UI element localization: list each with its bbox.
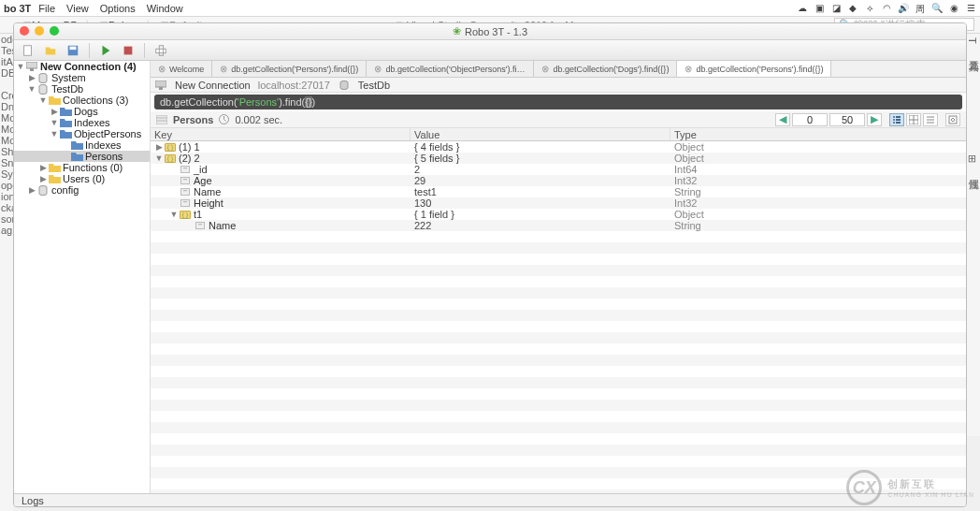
tree-item[interactable]: Persons <box>14 151 150 162</box>
notification-icon[interactable]: ☰ <box>965 3 976 14</box>
zoom-icon[interactable] <box>50 26 59 36</box>
menu-file[interactable]: File <box>38 3 55 14</box>
col-type[interactable]: Type <box>670 128 966 140</box>
page-prev-button[interactable]: ◀ <box>775 113 790 126</box>
result-row[interactable]: ""_id2Int64 <box>151 164 966 175</box>
editor-tab[interactable]: ⊗Welcome <box>151 61 212 77</box>
tree-item[interactable]: ▼ObjectPersons <box>14 128 150 139</box>
disclosure-icon[interactable]: ▼ <box>27 84 36 94</box>
disclosure-icon[interactable]: ▶ <box>50 107 59 116</box>
close-icon[interactable] <box>20 26 29 36</box>
tree-item[interactable]: Indexes <box>14 139 150 151</box>
disclosure-icon[interactable]: ▶ <box>38 174 48 183</box>
open-button[interactable] <box>42 42 59 59</box>
watermark-big: 创新互联 <box>887 477 974 491</box>
svg-rect-23 <box>896 122 901 124</box>
result-row[interactable]: ▶{}(1) 1{ 4 fields }Object <box>151 141 966 153</box>
bluetooth-icon[interactable]: ⟡ <box>864 3 875 14</box>
minimize-icon[interactable] <box>35 26 44 36</box>
tree-item[interactable]: ▼Collections (3) <box>14 95 150 106</box>
disclosure-icon[interactable]: ▼ <box>169 210 179 219</box>
tree-item[interactable]: ▼TestDb <box>14 83 150 95</box>
menu-window[interactable]: Window <box>147 3 183 14</box>
disclosure-icon[interactable]: ▼ <box>38 95 48 105</box>
query-editor[interactable]: db.getCollection('Persons').find({}) <box>154 95 962 110</box>
wifi-icon[interactable]: ◠ <box>881 3 892 14</box>
result-row[interactable]: ▼{}t1{ 1 field }Object <box>151 209 966 220</box>
tree-item[interactable]: ▶System <box>14 72 150 83</box>
tab-label: db.getCollection('Persons').find({}) <box>231 65 358 74</box>
tree-item[interactable]: ▶Functions (0) <box>14 162 150 173</box>
watermark-logo: CX <box>846 470 882 505</box>
page-size-input[interactable]: 50 <box>829 113 865 126</box>
row-type: Object <box>670 153 966 164</box>
host-icon <box>25 62 38 71</box>
connection-tree[interactable]: ▼New Connection (4)▶System▼TestDb▼Collec… <box>14 61 151 493</box>
app-icon[interactable]: ◆ <box>847 3 858 14</box>
result-grid[interactable]: ▶{}(1) 1{ 4 fields }Object▼{}(2) 2{ 5 fi… <box>151 141 966 493</box>
close-icon[interactable]: ⊗ <box>541 64 549 74</box>
disclosure-icon[interactable]: ▼ <box>154 153 164 163</box>
chat-icon[interactable]: ▣ <box>814 3 825 14</box>
window-title: ❀ Robo 3T - 1.3 <box>453 25 527 37</box>
user-icon[interactable]: ◉ <box>948 3 959 14</box>
tree-item[interactable]: ▼New Connection (4) <box>14 61 150 72</box>
text-view-button[interactable] <box>923 113 938 126</box>
tree-view-button[interactable] <box>889 113 904 126</box>
disclosure-icon[interactable]: ▼ <box>16 62 25 71</box>
tree-item[interactable]: ▶Dogs <box>14 106 150 117</box>
window-titlebar[interactable]: ❀ Robo 3T - 1.3 <box>14 23 966 40</box>
save-button[interactable] <box>65 42 81 59</box>
svg-rect-4 <box>156 49 166 52</box>
wechat-icon[interactable]: ☁ <box>797 3 808 14</box>
robo3t-window: ❀ Robo 3T - 1.3 ▼New Connection (4)▶Syst… <box>13 22 967 507</box>
editor-tab[interactable]: ⊗db.getCollection('Persons').find({}) <box>677 61 831 77</box>
stop-button[interactable] <box>120 42 137 59</box>
tree-item[interactable]: ▶Users (0) <box>14 173 150 184</box>
menu-options[interactable]: Options <box>100 3 136 14</box>
close-icon[interactable]: ⊗ <box>685 64 692 74</box>
result-row[interactable]: ▼{}(2) 2{ 5 fields }Object <box>151 153 966 164</box>
result-row[interactable]: ""Name222String <box>151 220 966 231</box>
volume-icon[interactable]: 🔊 <box>898 3 909 14</box>
disclosure-icon[interactable]: ▶ <box>27 185 36 195</box>
disclosure-icon[interactable]: ▶ <box>154 142 164 152</box>
row-type: Object <box>670 141 966 153</box>
disclosure-icon[interactable]: ▶ <box>38 163 48 172</box>
close-icon[interactable]: ⊗ <box>374 64 382 74</box>
page-next-button[interactable]: ▶ <box>867 113 882 126</box>
editor-tab[interactable]: ⊗db.getCollection('Persons').find({}) <box>212 61 367 77</box>
logs-bar[interactable]: Logs <box>14 493 966 506</box>
close-icon[interactable]: ⊗ <box>220 64 227 74</box>
orientation-button[interactable] <box>152 42 169 59</box>
run-button[interactable] <box>97 42 114 59</box>
tab-label: Welcome <box>169 65 204 74</box>
spotlight-icon[interactable]: 🔍 <box>931 3 943 14</box>
col-key[interactable]: Key <box>151 128 411 140</box>
editor-tab[interactable]: ⊗db.getCollection('Dogs').find({}) <box>534 61 677 77</box>
editor-tab[interactable]: ⊗db.getCollection('ObjectPersons').find(… <box>367 61 534 77</box>
disclosure-icon[interactable]: ▼ <box>50 118 59 127</box>
context-bar: New Connection localhost:27017 TestDb <box>151 78 966 93</box>
new-file-button[interactable] <box>20 42 36 59</box>
row-value: { 5 fields } <box>411 153 670 164</box>
result-row[interactable]: ""Height130Int32 <box>151 197 966 209</box>
tree-item[interactable]: ▶config <box>14 184 150 196</box>
menu-view[interactable]: View <box>66 3 89 14</box>
result-row[interactable]: ""Age29Int32 <box>151 175 966 186</box>
row-type: String <box>670 186 966 197</box>
row-type: String <box>670 220 966 231</box>
note-icon[interactable]: ◪ <box>830 3 842 14</box>
table-view-button[interactable] <box>906 113 921 126</box>
page-from-input[interactable]: 0 <box>792 113 828 126</box>
tab-label: db.getCollection('ObjectPersons').find({… <box>385 65 526 74</box>
close-icon[interactable]: ⊗ <box>158 64 166 74</box>
result-row[interactable]: ""Nametest1String <box>151 186 966 197</box>
disclosure-icon[interactable]: ▼ <box>50 129 59 139</box>
context-conn: New Connection <box>175 80 251 91</box>
clock[interactable]: 周三 下午9:40 <box>915 3 926 14</box>
expand-window-button[interactable] <box>945 113 960 126</box>
tree-item[interactable]: ▼Indexes <box>14 117 150 128</box>
disclosure-icon[interactable]: ▶ <box>27 73 36 82</box>
col-value[interactable]: Value <box>411 128 670 140</box>
